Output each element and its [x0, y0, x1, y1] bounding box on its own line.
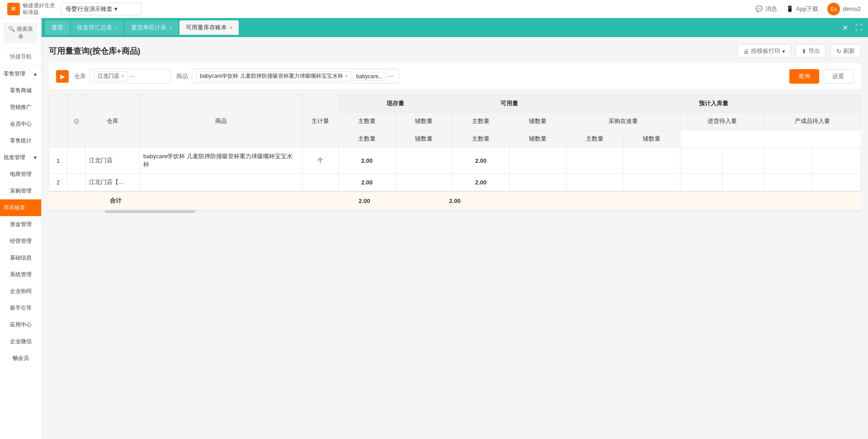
filter-toggle-button[interactable]: ▶	[56, 70, 69, 83]
col-rownum	[49, 95, 67, 148]
message-action[interactable]: 💬 消息	[755, 5, 777, 13]
sidebar-item-member-center[interactable]: 会员中心	[0, 116, 41, 132]
tab-home[interactable]: 首页	[45, 20, 70, 35]
remove-warehouse-icon[interactable]: ×	[121, 73, 124, 80]
refresh-icon: ↻	[836, 48, 841, 55]
table-row: 2 江北门店【... 2.00 2.00	[49, 174, 861, 191]
logo-icon: 好	[7, 3, 20, 15]
logo-area: 好 畅捷通好生意 标准版	[7, 2, 55, 15]
refresh-button[interactable]: ↻ 刷新	[830, 44, 861, 58]
col-current-stock: 现存量	[339, 95, 453, 113]
sidebar-item-guide[interactable]: 新手引导	[0, 300, 41, 316]
tab-close-icon[interactable]: ×	[230, 25, 232, 30]
sidebar-item-operations[interactable]: 经营管理	[0, 233, 41, 250]
dropdown-icon: ▾	[782, 48, 785, 55]
product-tag: babycare学饮杯 儿童防摔防撞吸管杯重力球吸嘴杯宝宝水杯 ×	[197, 71, 351, 81]
download-action[interactable]: 📱 App下载	[786, 5, 818, 13]
message-icon: 💬	[755, 5, 763, 12]
inventory-table: ⚙ 仓库 商品 主计量 现存量 可用量 预计入库量 主数量 辅数量	[49, 94, 861, 213]
tab-order-stats[interactable]: 要货单统计表 ×	[125, 20, 178, 35]
cell-available-main: 2.00	[453, 148, 509, 174]
filter-actions: 查询 设置	[789, 69, 854, 84]
sidebar-item-retail-stats[interactable]: 零售统计	[0, 132, 41, 149]
sidebar-item-basic-info[interactable]: 基础信息	[0, 250, 41, 266]
cell-product	[140, 174, 302, 191]
printer-icon: 🖨	[743, 48, 749, 55]
sidebar-item-finance[interactable]: 资金管理	[0, 216, 41, 233]
cell-goods-arriving-aux	[722, 148, 764, 174]
col-warehouse: 仓库	[85, 95, 140, 148]
sidebar-item-member[interactable]: 畅会员	[0, 350, 41, 367]
sidebar-item-enterprise-collab[interactable]: 企业协同	[0, 283, 41, 300]
print-button[interactable]: 🖨 按模板打印 ▾	[737, 44, 791, 58]
search-icon: 🔍	[8, 26, 15, 32]
main-layout: 🔍 搜索菜单 快捷导航 零售管理 ▲ 零售商城 营销推广 会员中心 零售统计 批…	[0, 18, 868, 439]
sidebar-item-retail-management[interactable]: 零售管理 ▲	[0, 66, 41, 82]
col-goods-arriving-aux: 辅数量	[509, 130, 566, 148]
sidebar-item-inventory[interactable]: 库存核算	[0, 199, 41, 216]
sidebar-item-purchase[interactable]: 采购管理	[0, 183, 41, 199]
cell-current-main: 2.00	[339, 148, 396, 174]
product-input[interactable]: babycare学饮杯 儿童防摔防撞吸管杯重力球吸嘴杯宝宝水杯 × babyca…	[192, 69, 399, 84]
col-purchase-transit: 采购在途量	[566, 113, 680, 130]
footer-current-main: 2.00	[342, 198, 387, 204]
close-window-icon[interactable]: ✕	[840, 22, 850, 34]
page-header: 可用量查询(按仓库+商品) 🖨 按模板打印 ▾ ⬆ 导出 ↻ 刷新	[49, 44, 861, 58]
remove-product-icon[interactable]: ×	[345, 73, 348, 80]
warehouse-tag: 江北门店 ×	[94, 71, 127, 81]
filter-bar: ▶ 仓库 江北门店 × ··· 商品 babycare	[49, 63, 861, 89]
tab-close-icon[interactable]: ×	[115, 25, 118, 30]
sidebar-item-marketing[interactable]: 营销推广	[0, 99, 41, 116]
sidebar-item-wholesale[interactable]: 批发管理 ▼	[0, 149, 41, 166]
col-current-aux: 辅数量	[396, 113, 453, 130]
table-row: 1 江北门店 babycare学饮杯 儿童防摔防撞吸管杯重力球吸嘴杯宝宝水杯 个…	[49, 148, 861, 174]
sidebar-item-retail-mall[interactable]: 零售商城	[0, 82, 41, 99]
cell-unit: 个	[302, 148, 339, 174]
warehouse-input[interactable]: 江北门店 × ···	[90, 69, 171, 84]
cell-goods-arriving-main	[680, 174, 722, 191]
sidebar: 🔍 搜索菜单 快捷导航 零售管理 ▲ 零售商城 营销推广 会员中心 零售统计 批…	[0, 18, 42, 439]
content-area: 首页 收发存汇总表 × 要货单统计表 × 可用量库存账本 × ✕ ⛶	[42, 18, 868, 439]
tab-close-icon[interactable]: ×	[169, 25, 172, 30]
search-menu-button[interactable]: 🔍 搜索菜单	[4, 23, 38, 43]
setting-button[interactable]: 设置	[823, 69, 854, 84]
cell-product-arriving-main	[764, 148, 812, 174]
product-label: 商品	[176, 72, 188, 80]
data-table: ⚙ 仓库 商品 主计量 现存量 可用量 预计入库量 主数量 辅数量	[49, 94, 861, 191]
page-content: 可用量查询(按仓库+商品) 🖨 按模板打印 ▾ ⬆ 导出 ↻ 刷新	[42, 37, 868, 439]
col-settings[interactable]: ⚙	[67, 95, 85, 148]
cell-rownum: 2	[49, 174, 67, 191]
col-product-arriving-aux: 辅数量	[623, 130, 680, 148]
scroll-thumb[interactable]	[105, 210, 195, 213]
tab-bar: 首页 收发存汇总表 × 要货单统计表 × 可用量库存账本 × ✕ ⛶	[42, 18, 868, 37]
export-button[interactable]: ⬆ 导出	[796, 44, 826, 58]
top-bar-left: 好 畅捷通好生意 标准版 母婴行业演示账套 ▾	[7, 2, 142, 15]
cell-purchase-transit-aux	[623, 148, 680, 174]
tab-available-inventory[interactable]: 可用量库存账本 ×	[179, 20, 239, 35]
chevron-down-icon: ▾	[114, 5, 118, 12]
export-icon: ⬆	[802, 48, 807, 55]
more-options-icon[interactable]: ···	[388, 72, 394, 80]
query-button[interactable]: 查询	[789, 69, 819, 84]
quick-nav-button[interactable]: 快捷导航	[0, 48, 41, 66]
col-purchase-transit-aux: 辅数量	[396, 130, 453, 148]
cell-purchase-transit-main	[566, 148, 623, 174]
col-product-arriving-main: 主数量	[566, 130, 623, 148]
sidebar-item-ecommerce[interactable]: 电商管理	[0, 166, 41, 183]
sidebar-item-app-center[interactable]: 应用中心	[0, 316, 41, 333]
industry-selector[interactable]: 母婴行业演示账套 ▾	[61, 3, 142, 15]
cell-current-main: 2.00	[339, 174, 396, 191]
user-profile[interactable]: Ea demo2	[827, 3, 861, 15]
col-available-main: 主数量	[453, 113, 509, 130]
horizontal-scrollbar[interactable]	[49, 209, 861, 213]
top-bar-right: 💬 消息 📱 App下载 Ea demo2	[755, 3, 861, 15]
col-available-aux: 辅数量	[509, 113, 566, 130]
settings-icon[interactable]: ⚙	[73, 118, 80, 125]
sidebar-item-wechat[interactable]: 企业微信	[0, 333, 41, 350]
cell-unit	[302, 174, 339, 191]
more-options-icon[interactable]: ···	[129, 72, 135, 80]
tab-receipt-summary[interactable]: 收发存汇总表 ×	[71, 20, 124, 35]
col-current-main: 主数量	[339, 113, 396, 130]
sidebar-item-system[interactable]: 系统管理	[0, 266, 41, 283]
maximize-icon[interactable]: ⛶	[854, 22, 864, 34]
